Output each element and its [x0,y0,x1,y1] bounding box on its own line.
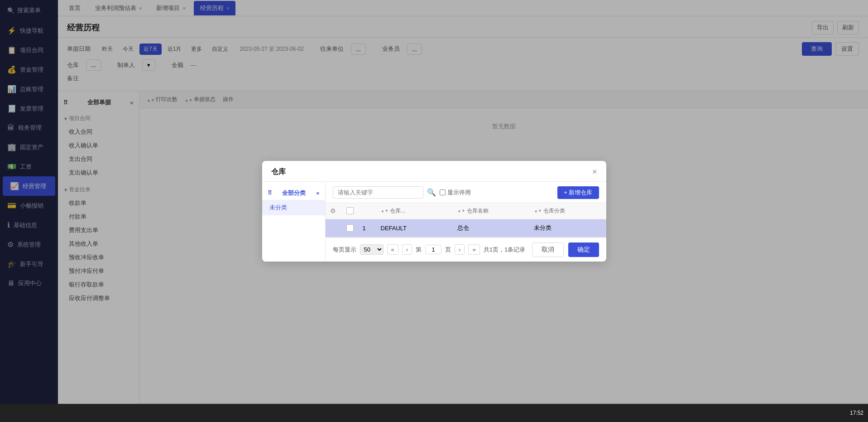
modal-page-input[interactable] [425,245,441,254]
row-checkbox-input[interactable] [346,224,354,232]
modal-toolbar: 🔍 显示停用 + 新增仓库 [326,182,606,203]
disabled-checkbox[interactable] [440,189,446,195]
sort-arrows-icon3: ▲▼ [534,209,542,213]
modal-add-btn[interactable]: + 新增仓库 [557,186,599,199]
show-disabled-label: 显示停用 [447,189,471,197]
modal-search-area: 🔍 显示停用 [333,186,471,199]
confirm-button[interactable]: 确定 [568,243,599,257]
th-code: ▲▼ 仓库... [376,207,453,215]
modal-table-header: ⚙ ▲▼ 仓库... ▲▼ 仓库名称 [326,203,606,219]
modal-left-all-label: 全部分类 [282,189,306,197]
taskbar-time: 17:52 [850,410,863,416]
modal-left-collapse-icon[interactable]: « [316,189,319,196]
th-code-label: 仓库... [390,207,405,215]
th-category: ▲▼ 仓库分类 [529,207,606,215]
modal-left-item-uncategorized[interactable]: 未分类 [262,200,325,215]
modal-pagination: 每页显示 50 100 « ‹ 第 页 › » 共1页，1条记录 [333,244,526,255]
row-checkbox[interactable] [342,224,358,232]
modal-overlay: 仓库 × ⠿ 全部分类 « 未分类 🔍 [0,0,868,422]
modal-show-disabled-checkbox[interactable]: 显示停用 [440,189,471,197]
select-all-checkbox[interactable] [346,207,354,214]
modal-left-header[interactable]: ⠿ 全部分类 « [262,186,325,200]
warehouse-modal: 仓库 × ⠿ 全部分类 « 未分类 🔍 [262,161,606,262]
modal-header: 仓库 × [262,161,606,182]
modal-per-page-select[interactable]: 50 100 [360,244,384,255]
modal-page-label: 第 [416,246,422,254]
row-name: 总仓 [453,224,529,232]
th-name-label: 仓库名称 [467,207,489,215]
modal-body: ⠿ 全部分类 « 未分类 🔍 显示停用 [262,182,606,262]
modal-last-btn[interactable]: » [468,244,480,255]
row-code: DEFAULT [376,225,453,232]
cancel-button[interactable]: 取消 [532,243,564,257]
modal-title: 仓库 [271,167,286,177]
modal-prev-btn[interactable]: ‹ [402,244,412,255]
modal-page-suffix: 页 [445,246,451,254]
modal-right-panel: 🔍 显示停用 + 新增仓库 ⚙ [326,182,606,262]
table-row[interactable]: 1 DEFAULT 总仓 未分类 [326,219,606,238]
modal-left-panel: ⠿ 全部分类 « 未分类 [262,182,326,262]
modal-next-btn[interactable]: › [455,244,465,255]
modal-footer: 每页显示 50 100 « ‹ 第 页 › » 共1页，1条记录 [326,238,606,262]
all-category-icon: ⠿ [268,189,272,196]
taskbar: 17:52 [0,404,868,422]
taskbar-right: 17:52 [850,410,868,416]
modal-total-label: 共1页，1条记录 [484,246,525,254]
modal-per-page-label: 每页显示 [333,246,356,254]
th-name: ▲▼ 仓库名称 [453,207,529,215]
modal-first-btn[interactable]: « [387,244,398,255]
th-checkbox [342,207,358,214]
sort-arrows-icon: ▲▼ [381,209,389,213]
row-index: 1 [358,225,376,232]
modal-table: ⚙ ▲▼ 仓库... ▲▼ 仓库名称 [326,203,606,238]
modal-search-input[interactable] [333,186,423,199]
sort-arrows-icon2: ▲▼ [457,209,465,213]
gear-icon[interactable]: ⚙ [330,207,336,214]
row-category: 未分类 [529,224,606,232]
th-settings: ⚙ [326,207,342,214]
th-category-label: 仓库分类 [543,207,565,215]
modal-actions: 取消 确定 [532,243,599,257]
modal-search-icon[interactable]: 🔍 [427,188,436,197]
modal-close-icon[interactable]: × [592,167,597,177]
